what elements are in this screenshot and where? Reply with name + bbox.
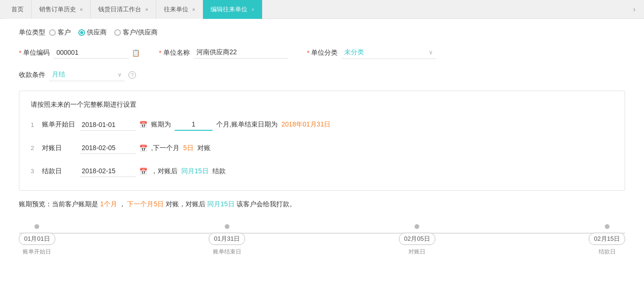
payment-terms-row: 收款条件 月结 ∨ ? (19, 68, 625, 81)
period-text-2a: ,下一个月 (151, 144, 179, 152)
timeline-label-0: 账单开始日 (23, 248, 51, 256)
radio-customer-label: 客户 (58, 28, 71, 37)
unit-category-label: 单位分类 (311, 49, 338, 57)
tab-cash-work[interactable]: 钱货日清工作台 × (91, 0, 156, 19)
unit-code-label: 单位编码 (23, 49, 50, 57)
period-box-title: 请按照未来的一个完整帐期进行设置 (31, 101, 613, 109)
tab-partners-label: 往来单位 (164, 5, 188, 14)
period-payment-highlight: 同月15日 (181, 167, 209, 176)
unit-type-label: 单位类型 (19, 28, 45, 37)
timeline-badge-1: 01月31日 (209, 233, 245, 245)
unit-fields-row: * 单位编码 📋 * 单位名称 * 单位分类 未分类 ∨ (19, 46, 625, 59)
radio-supplier[interactable]: 供应商 (78, 28, 107, 37)
radio-supplier-label: 供应商 (87, 28, 107, 37)
unit-code-group: * 单位编码 📋 (19, 47, 140, 59)
period-text-3b: 结款 (212, 167, 226, 176)
tab-edit-partner-label: 编辑往来单位 (211, 5, 247, 14)
preview-suffix: 该客户会给我打款。 (237, 200, 296, 208)
period-num-3: 3 (31, 168, 42, 175)
radio-supplier-circle (78, 29, 85, 36)
tab-home-label: 首页 (11, 5, 24, 14)
timeline-label-3: 结款日 (599, 248, 616, 256)
period-row-1: 1 账单开始日 📅 账期为 个月,账单结束日期为 2018年01月31日 (31, 118, 613, 131)
tabs-bar: 首页 销售订单历史 × 钱货日清工作台 × 往来单位 × 编辑往来单位 × › (0, 0, 644, 19)
tab-sales-history[interactable]: 销售订单历史 × (32, 0, 91, 19)
timeline-label-1: 账单结束日 (213, 248, 241, 256)
tab-scroll-right[interactable]: › (628, 5, 640, 14)
period-text-3a: ，对账后 (151, 167, 178, 176)
period-end-date-highlight: 2018年01月31日 (281, 120, 330, 129)
tab-edit-partner-close[interactable]: × (251, 7, 254, 12)
period-row-label-2: 对账日 (42, 144, 80, 152)
main-content: 单位类型 客户 供应商 客户/供应商 * 单位编码 📋 * 单位名称 (0, 19, 644, 287)
period-num-1: 1 (31, 121, 42, 128)
preview-highlight1: 1个月 (100, 200, 117, 208)
preview-text1: ， (119, 200, 126, 208)
unit-type-row: 单位类型 客户 供应商 客户/供应商 (19, 28, 625, 37)
tab-partners[interactable]: 往来单位 × (156, 0, 203, 19)
payment-terms-help-icon[interactable]: ? (128, 71, 136, 79)
preview-highlight3: 同月15日 (207, 200, 235, 208)
timeline-label-2: 对账日 (408, 248, 425, 256)
tab-sales-history-label: 销售订单历史 (39, 5, 76, 14)
period-months-input[interactable] (175, 118, 212, 131)
tab-cash-work-close[interactable]: × (145, 7, 148, 12)
period-settings-box: 请按照未来的一个完整帐期进行设置 1 账单开始日 📅 账期为 个月,账单结束日期… (19, 91, 625, 191)
radio-both[interactable]: 客户/供应商 (114, 28, 158, 37)
preview-text: 账期预览：当前客户账期是 1个月 ， 下一个月5日 对账，对账后 同月15日 该… (19, 198, 625, 210)
unit-name-input[interactable] (194, 47, 288, 59)
unit-code-copy-icon[interactable]: 📋 (132, 49, 140, 57)
payment-terms-arrow: ∨ (118, 71, 122, 78)
period-text-1b: 个月,账单结束日期为 (216, 120, 278, 129)
unit-code-input[interactable] (53, 47, 129, 59)
timeline-badge-3: 02月15日 (589, 233, 625, 245)
unit-type-radio-group: 客户 供应商 客户/供应商 (49, 28, 158, 37)
unit-category-value: 未分类 (344, 48, 429, 57)
period-row-label-3: 结款日 (42, 167, 80, 176)
tab-cash-work-label: 钱货日清工作台 (98, 5, 141, 14)
radio-customer-circle (49, 29, 56, 36)
payment-terms-dropdown[interactable]: 月结 ∨ (49, 68, 125, 81)
tab-home[interactable]: 首页 (4, 0, 32, 19)
radio-both-label: 客户/供应商 (123, 28, 158, 37)
unit-code-star: * (19, 49, 21, 57)
timeline-badge-0: 01月01日 (19, 233, 55, 245)
period-payment-date-cal-icon[interactable]: 📅 (139, 168, 147, 175)
period-row-2: 2 对账日 📅 ,下一个月 5日 对账 (31, 142, 613, 154)
unit-category-arrow: ∨ (429, 49, 433, 56)
preview-text2: 对账，对账后 (166, 200, 205, 208)
period-start-date-input[interactable] (80, 119, 136, 131)
period-text-2b: 对账 (197, 144, 211, 152)
unit-name-group: * 单位名称 (159, 47, 288, 59)
timeline-items: 01月01日 账单开始日 01月31日 账单结束日 02月05日 对账日 02月… (19, 224, 625, 256)
timeline: 01月01日 账单开始日 01月31日 账单结束日 02月05日 对账日 02月… (19, 219, 625, 261)
period-payment-date-input[interactable] (80, 165, 136, 177)
unit-category-group: * 单位分类 未分类 ∨ (307, 46, 436, 59)
timeline-item-1: 01月31日 账单结束日 (209, 224, 245, 256)
timeline-item-2: 02月05日 对账日 (399, 224, 435, 256)
period-row-label-1: 账单开始日 (42, 120, 80, 129)
payment-terms-value: 月结 (52, 70, 118, 79)
tab-edit-partner[interactable]: 编辑往来单位 × (203, 0, 262, 19)
radio-both-circle (114, 29, 121, 36)
period-reconcile-date-cal-icon[interactable]: 📅 (139, 144, 147, 152)
period-row-3: 3 结款日 📅 ，对账后 同月15日 结款 (31, 165, 613, 177)
period-text-1a: 账期为 (151, 120, 171, 129)
unit-name-star: * (159, 49, 161, 57)
tab-sales-history-close[interactable]: × (80, 7, 83, 12)
period-start-date-cal-icon[interactable]: 📅 (139, 121, 147, 128)
period-num-2: 2 (31, 144, 42, 152)
preview-highlight2: 下一个月5日 (127, 200, 164, 208)
unit-name-label: 单位名称 (163, 49, 190, 57)
timeline-badge-2: 02月05日 (399, 233, 435, 245)
tab-partners-close[interactable]: × (192, 7, 195, 12)
unit-category-dropdown[interactable]: 未分类 ∨ (341, 46, 436, 59)
unit-category-star: * (307, 49, 309, 57)
period-reconcile-date-input[interactable] (80, 142, 136, 154)
preview-prefix: 账期预览：当前客户账期是 (19, 200, 98, 208)
timeline-item-0: 01月01日 账单开始日 (19, 224, 55, 256)
timeline-item-3: 02月15日 结款日 (589, 224, 625, 256)
period-reconcile-highlight: 5日 (183, 144, 194, 152)
radio-customer[interactable]: 客户 (49, 28, 71, 37)
payment-terms-label: 收款条件 (19, 71, 45, 79)
